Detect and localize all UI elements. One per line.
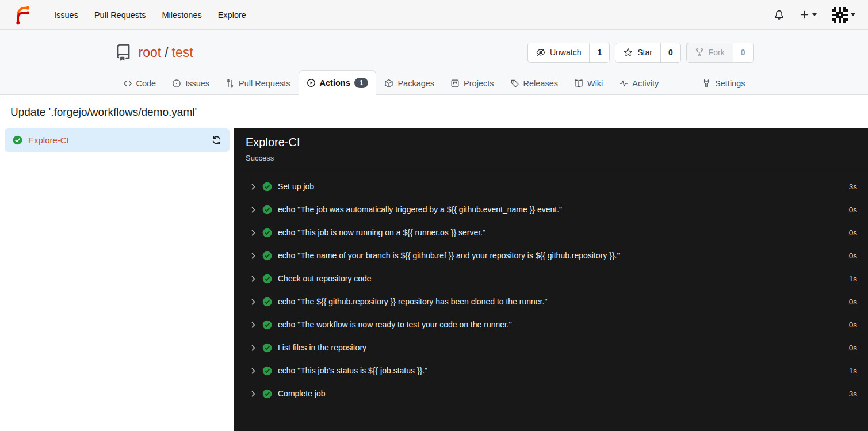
step-duration: 0s — [849, 205, 857, 214]
fork-label: Fork — [709, 48, 725, 57]
success-check-icon — [262, 228, 272, 238]
step-name: echo "The ${{ github.repository }} repos… — [278, 297, 547, 306]
create-new-button[interactable] — [800, 10, 817, 20]
step-row[interactable]: Complete job 3s — [234, 382, 868, 405]
forgejo-logo-icon[interactable] — [13, 5, 32, 25]
success-check-icon — [13, 135, 22, 145]
repo-owner-link[interactable]: root — [139, 45, 162, 60]
step-name: echo "The name of your branch is ${{ git… — [278, 251, 620, 260]
chevron-right-icon[interactable] — [250, 206, 257, 213]
tag-icon — [510, 79, 519, 88]
success-check-icon — [262, 320, 272, 330]
chevron-right-icon[interactable] — [250, 321, 257, 329]
run-area: Explore-CI Explore-CI Success — [0, 128, 868, 431]
unwatch-button[interactable]: Unwatch 1 — [527, 43, 610, 63]
repo-header: root/test Unwatch 1 — [0, 30, 868, 95]
tab-issues[interactable]: Issues — [164, 71, 217, 95]
chevron-right-icon[interactable] — [250, 367, 257, 375]
step-row[interactable]: echo "The name of your branch is ${{ git… — [234, 244, 868, 267]
stars-count[interactable]: 0 — [660, 43, 680, 62]
job-status-text: Success — [246, 154, 856, 162]
step-row[interactable]: echo "The workflow is now ready to test … — [234, 313, 868, 336]
chevron-right-icon[interactable] — [250, 344, 257, 352]
watchers-count[interactable]: 1 — [589, 43, 609, 62]
step-row[interactable]: Check out repository code 1s — [234, 267, 868, 290]
step-row[interactable]: Set up job 3s — [234, 175, 868, 198]
fork-icon — [695, 48, 704, 57]
step-list: Set up job 3s — [234, 170, 868, 405]
step-row[interactable]: echo "The job was automatically triggere… — [234, 198, 868, 221]
nav-link[interactable]: Milestones — [154, 5, 209, 25]
star-icon — [624, 48, 633, 57]
jobs-sidebar: Explore-CI — [0, 128, 234, 431]
chevron-right-icon[interactable] — [250, 298, 257, 306]
step-name: echo "This job is now running on a ${{ r… — [278, 228, 485, 237]
user-menu[interactable] — [832, 7, 855, 23]
nav-link[interactable]: Pull Requests — [86, 5, 154, 25]
plus-icon — [800, 10, 809, 20]
step-duration: 3s — [849, 390, 857, 398]
book-icon — [574, 79, 583, 88]
step-duration: 0s — [849, 321, 857, 329]
repo-name-link[interactable]: test — [172, 45, 193, 60]
pulse-icon — [619, 79, 628, 88]
eye-slash-icon — [536, 48, 545, 57]
step-duration: 1s — [849, 367, 857, 375]
step-duration: 1s — [849, 274, 857, 283]
run-title-section: Update '.forgejo/workflows/demo.yaml' — [0, 95, 868, 128]
tab-code[interactable]: Code — [115, 71, 165, 95]
success-check-icon — [262, 205, 272, 215]
rerun-job-icon[interactable] — [212, 135, 221, 145]
tab-actions[interactable]: Actions 1 — [299, 70, 377, 95]
step-duration: 0s — [849, 344, 857, 352]
chevron-right-icon[interactable] — [250, 229, 257, 237]
chevron-right-icon[interactable] — [250, 183, 257, 190]
star-button[interactable]: Star 0 — [615, 43, 680, 63]
nav-link[interactable]: Issues — [46, 5, 86, 25]
tab-pull-requests[interactable]: Pull Requests — [217, 71, 298, 95]
tab-projects[interactable]: Projects — [442, 71, 502, 95]
tab-activity[interactable]: Activity — [611, 71, 667, 95]
step-row[interactable]: List files in the repository 0s — [234, 336, 868, 359]
repo-breadcrumb: root/test — [139, 45, 193, 60]
job-item-explore-ci[interactable]: Explore-CI — [5, 128, 230, 152]
tab-wiki[interactable]: Wiki — [566, 71, 611, 95]
notifications-bell-icon[interactable] — [774, 9, 785, 20]
success-check-icon — [262, 251, 272, 261]
success-check-icon — [262, 366, 272, 376]
chevron-down-icon — [851, 13, 855, 16]
chevron-right-icon[interactable] — [250, 252, 257, 260]
top-navbar: Issues Pull Requests Milestones Explore — [0, 0, 868, 30]
step-row[interactable]: echo "This job's status is ${{ job.statu… — [234, 359, 868, 382]
pull-request-icon — [225, 79, 235, 88]
play-circle-icon — [307, 78, 316, 87]
step-name: echo "The job was automatically triggere… — [278, 205, 562, 214]
tab-packages[interactable]: Packages — [376, 71, 442, 95]
step-duration: 0s — [849, 228, 857, 237]
tab-settings[interactable]: Settings — [694, 71, 753, 95]
success-check-icon — [262, 343, 272, 353]
tab-releases[interactable]: Releases — [502, 71, 566, 95]
step-name: Set up job — [278, 182, 314, 191]
step-row[interactable]: echo "The ${{ github.repository }} repos… — [234, 290, 868, 313]
chevron-right-icon[interactable] — [250, 275, 257, 283]
unwatch-label: Unwatch — [550, 48, 581, 57]
actions-count-badge: 1 — [354, 78, 369, 88]
breadcrumb-separator: / — [165, 45, 168, 60]
step-row[interactable]: echo "This job is now running on a ${{ r… — [234, 221, 868, 244]
job-title: Explore-CI — [246, 136, 856, 149]
nav-link[interactable]: Explore — [210, 5, 254, 25]
chevron-right-icon[interactable] — [250, 390, 257, 398]
job-name: Explore-CI — [28, 135, 206, 145]
main-nav: Issues Pull Requests Milestones Explore — [46, 5, 254, 25]
user-avatar — [832, 7, 848, 23]
issue-opened-icon — [172, 79, 181, 88]
repo-tabbar: Code Issues Pull Requests — [115, 70, 754, 95]
chevron-down-icon — [812, 13, 817, 16]
project-board-icon — [450, 79, 460, 88]
code-icon — [123, 79, 132, 88]
step-duration: 0s — [849, 251, 857, 260]
success-check-icon — [262, 274, 272, 284]
forks-count: 0 — [733, 43, 753, 62]
step-name: List files in the repository — [278, 343, 366, 352]
